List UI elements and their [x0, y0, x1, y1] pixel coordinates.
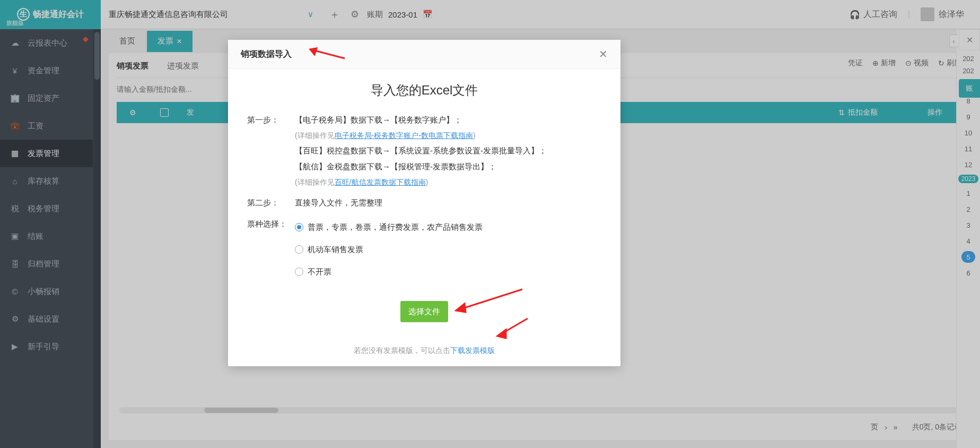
radio-option-none[interactable]: 不开票: [295, 264, 601, 280]
radio-option-vehicle[interactable]: 机动车销售发票: [295, 242, 601, 257]
step1-line3: 【航信】金税盘数据下载→【报税管理-发票数据导出】；: [295, 159, 601, 175]
radio-option-general[interactable]: 普票，专票，卷票，通行费发票，农产品销售发票: [295, 219, 601, 235]
step-2: 第二步： 直接导入文件，无需整理: [247, 195, 601, 211]
step1-line1: 【电子税务局】数据下载→【税务数字账户】；: [295, 112, 601, 128]
radio-icon: [295, 268, 303, 276]
hint-prefix: (详细操作见: [295, 131, 335, 140]
radio-icon: [295, 245, 303, 254]
import-modal: 销项数据导入 ✕ 导入您的Excel文件 第一步： 【电子税务局】数据下载→【税…: [228, 40, 620, 366]
footer-text: 若您没有发票模版，可以点击: [354, 346, 450, 355]
step-label: 票种选择：: [247, 216, 295, 280]
radio-icon: [295, 223, 303, 231]
step-body: 普票，专票，卷票，通行费发票，农产品销售发票 机动车销售发票 不开票: [295, 216, 601, 280]
radio-label: 普票，专票，卷票，通行费发票，农产品销售发票: [308, 219, 483, 235]
upload-button[interactable]: 选择文件: [400, 301, 448, 322]
etax-guide-link[interactable]: 电子税务局-税务数字账户-数电票下载指南: [335, 131, 473, 140]
close-icon[interactable]: ✕: [599, 48, 608, 61]
radio-label: 不开票: [308, 264, 331, 280]
step-label: 第一步：: [247, 112, 295, 189]
hint-prefix: (详细操作见: [295, 178, 335, 186]
modal-header: 销项数据导入 ✕: [228, 40, 620, 69]
modal-title: 销项数据导入: [241, 49, 292, 60]
radio-label: 机动车销售发票: [308, 242, 363, 257]
step-body: 直接导入文件，无需整理: [295, 195, 601, 211]
step-1: 第一步： 【电子税务局】数据下载→【税务数字账户】； (详细操作见电子税务局-税…: [247, 112, 601, 189]
step1-hint2: (详细操作见百旺/航信发票数据下载指南): [295, 175, 601, 189]
type-select: 票种选择： 普票，专票，卷票，通行费发票，农产品销售发票 机动车销售发票 不开票: [247, 216, 601, 280]
download-template-link[interactable]: 下载发票模版: [450, 346, 495, 355]
modal-subtitle: 导入您的Excel文件: [247, 82, 601, 99]
modal-footer: 若您没有发票模版，可以点击下载发票模版: [228, 346, 620, 366]
baiwang-guide-link[interactable]: 百旺/航信发票数据下载指南: [335, 178, 426, 186]
step1-hint1: (详细操作见电子税务局-税务数字账户-数电票下载指南): [295, 128, 601, 143]
step-body: 【电子税务局】数据下载→【税务数字账户】； (详细操作见电子税务局-税务数字账户…: [295, 112, 601, 189]
step1-line2: 【百旺】税控盘数据下载→【系统设置-系统参数设置-发票批量导入】；: [295, 143, 601, 159]
step-label: 第二步：: [247, 195, 295, 211]
hint-suffix: ): [473, 131, 476, 140]
modal-body: 导入您的Excel文件 第一步： 【电子税务局】数据下载→【税务数字账户】； (…: [228, 69, 620, 346]
hint-suffix: ): [426, 178, 428, 186]
